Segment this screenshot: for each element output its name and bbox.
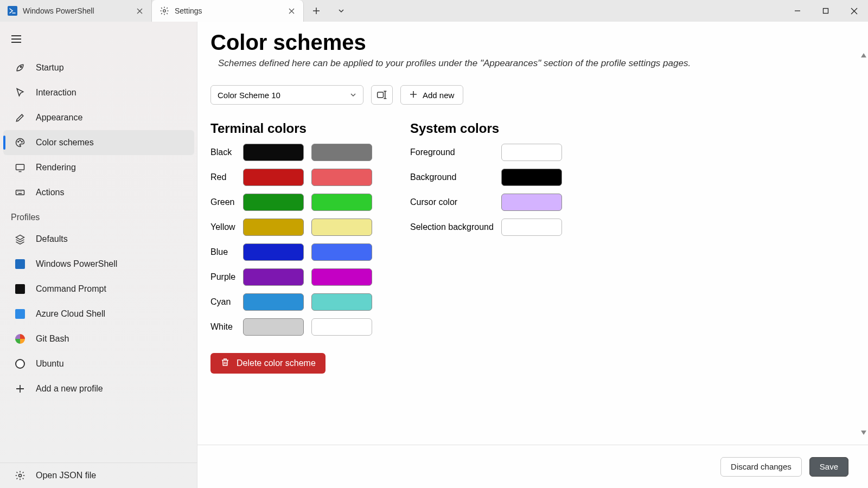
- color-swatch-bright[interactable]: [311, 144, 372, 161]
- color-swatch[interactable]: [243, 169, 304, 186]
- sidebar-profile-powershell[interactable]: Windows PowerShell: [3, 252, 194, 277]
- maximize-button[interactable]: [812, 0, 840, 22]
- section-heading: Terminal colors: [210, 121, 380, 136]
- color-label: White: [210, 322, 243, 332]
- monitor-icon: [14, 162, 26, 174]
- color-swatch[interactable]: [243, 268, 304, 286]
- sidebar-open-json[interactable]: Open JSON file: [3, 463, 194, 488]
- color-swatch[interactable]: [501, 144, 562, 161]
- color-row: Green: [210, 194, 380, 211]
- sidebar-profile-gitbash[interactable]: Git Bash: [3, 326, 194, 351]
- scrollbar[interactable]: [859, 49, 867, 439]
- sidebar-profile-azure[interactable]: Azure Cloud Shell: [3, 301, 194, 326]
- sidebar-item-label: Windows PowerShell: [36, 259, 117, 269]
- color-row: Black: [210, 144, 380, 161]
- close-icon[interactable]: [287, 7, 296, 15]
- close-icon[interactable]: [135, 7, 144, 15]
- page-title: Color schemes: [210, 30, 846, 55]
- tab-label: Windows PowerShell: [23, 7, 94, 15]
- sidebar-profile-cmd[interactable]: Command Prompt: [3, 277, 194, 301]
- color-label: Red: [210, 172, 243, 182]
- tab-settings[interactable]: Settings: [152, 0, 304, 22]
- close-window-button[interactable]: [840, 0, 868, 22]
- sidebar-item-appearance[interactable]: Appearance: [3, 105, 194, 130]
- svg-point-3: [20, 66, 22, 68]
- color-swatch-bright[interactable]: [311, 268, 372, 286]
- sidebar-item-startup[interactable]: Startup: [3, 55, 194, 80]
- color-label: Black: [210, 147, 243, 157]
- svg-rect-10: [378, 92, 384, 98]
- delete-scheme-button[interactable]: Delete color scheme: [210, 353, 326, 374]
- button-label: Add new: [423, 91, 454, 100]
- profiles-heading: Profiles: [0, 205, 197, 227]
- gear-icon: [159, 6, 169, 16]
- color-label: Background: [410, 172, 501, 182]
- color-swatch[interactable]: [243, 318, 304, 336]
- svg-point-6: [22, 142, 23, 143]
- hamburger-button[interactable]: [3, 26, 29, 52]
- content-pane: Color schemes Schemes defined here can b…: [197, 22, 868, 488]
- color-swatch[interactable]: [243, 293, 304, 311]
- sidebar-add-profile[interactable]: Add a new profile: [3, 376, 194, 401]
- system-colors-section: System colors ForegroundBackgroundCursor…: [410, 121, 570, 374]
- svg-rect-7: [16, 164, 24, 170]
- sidebar-profile-defaults[interactable]: Defaults: [3, 227, 194, 252]
- footer: Discard changes Save: [197, 445, 868, 488]
- plus-icon: [14, 383, 26, 395]
- sidebar-item-label: Open JSON file: [36, 471, 96, 480]
- rename-button[interactable]: [371, 85, 393, 105]
- color-row: Cyan: [210, 293, 380, 311]
- keyboard-icon: [14, 187, 26, 198]
- color-row: Cursor color: [410, 194, 570, 211]
- color-row: Foreground: [410, 144, 570, 161]
- color-swatch-bright[interactable]: [311, 243, 372, 261]
- tab-powershell[interactable]: Windows PowerShell: [0, 0, 152, 22]
- tab-label: Settings: [175, 7, 202, 15]
- titlebar: Windows PowerShell Settings: [0, 0, 868, 22]
- svg-point-9: [19, 474, 22, 477]
- color-swatch-bright[interactable]: [311, 169, 372, 186]
- color-swatch[interactable]: [501, 219, 562, 236]
- azure-icon: [14, 308, 26, 320]
- color-label: Blue: [210, 247, 243, 257]
- add-new-button[interactable]: Add new: [400, 85, 463, 105]
- color-swatch[interactable]: [243, 194, 304, 211]
- color-row: Blue: [210, 243, 380, 261]
- minimize-button[interactable]: [783, 0, 812, 22]
- color-swatch[interactable]: [243, 219, 304, 236]
- button-label: Delete color scheme: [237, 358, 316, 368]
- sidebar-item-label: Startup: [36, 63, 64, 73]
- sidebar-item-color-schemes[interactable]: Color schemes: [3, 130, 194, 155]
- sidebar-item-actions[interactable]: Actions: [3, 180, 194, 205]
- color-row: Yellow: [210, 219, 380, 236]
- sidebar-item-rendering[interactable]: Rendering: [3, 155, 194, 180]
- discard-button[interactable]: Discard changes: [720, 457, 802, 477]
- sidebar-item-label: Add a new profile: [36, 384, 103, 394]
- color-swatch[interactable]: [501, 169, 562, 186]
- save-button[interactable]: Save: [809, 457, 848, 477]
- color-swatch-bright[interactable]: [311, 219, 372, 236]
- sidebar-item-label: Appearance: [36, 113, 82, 123]
- ubuntu-icon: [14, 358, 26, 370]
- color-row: Background: [410, 169, 570, 186]
- color-swatch[interactable]: [243, 243, 304, 261]
- color-swatch-bright[interactable]: [311, 194, 372, 211]
- color-row: White: [210, 318, 380, 336]
- tab-dropdown-button[interactable]: [329, 0, 354, 22]
- color-swatch-bright[interactable]: [311, 293, 372, 311]
- sidebar-item-label: Azure Cloud Shell: [36, 309, 105, 319]
- svg-point-5: [20, 140, 21, 141]
- color-swatch-bright[interactable]: [311, 318, 372, 336]
- sidebar-item-interaction[interactable]: Interaction: [3, 80, 194, 105]
- color-swatch[interactable]: [501, 194, 562, 211]
- sidebar-item-label: Defaults: [36, 234, 68, 244]
- dropdown-value: Color Scheme 10: [218, 91, 280, 100]
- color-swatch[interactable]: [243, 144, 304, 161]
- cursor-icon: [14, 87, 26, 99]
- button-label: Discard changes: [731, 462, 792, 471]
- color-label: Foreground: [410, 147, 501, 157]
- new-tab-button[interactable]: [304, 0, 329, 22]
- sidebar-profile-ubuntu[interactable]: Ubuntu: [3, 351, 194, 376]
- brush-icon: [14, 112, 26, 124]
- scheme-dropdown[interactable]: Color Scheme 10: [210, 85, 363, 105]
